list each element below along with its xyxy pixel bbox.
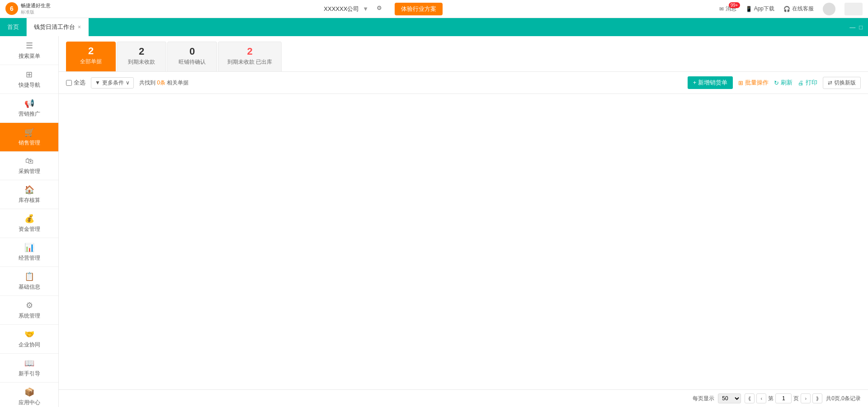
sidebar-item-search[interactable]: ☰ 搜索菜单: [0, 36, 58, 65]
tab-qhrc-label: 钱货日清工作台: [34, 23, 75, 31]
refresh-btn[interactable]: ↻ 刷新: [774, 79, 793, 87]
table-area: [59, 94, 868, 389]
tab-home-label: 首页: [7, 23, 19, 31]
new-sale-btn[interactable]: + 新增销货单: [688, 76, 733, 89]
page-first-btn[interactable]: ⟪: [745, 393, 755, 403]
tab-minimize-icon[interactable]: —: [849, 24, 855, 31]
stat-count-shipped: 2: [247, 46, 253, 57]
sidebar: ☰ 搜索菜单 ⊞ 快捷导航 📢 营销推广 🛒 销售管理 🛍 采购管理 🏠 库存核…: [0, 36, 59, 407]
select-all-label: 全选: [74, 79, 85, 87]
top-header: 6 畅捷通好生意 标准版 XXXXXX公司 ▼ ⚙ 体验行业方案 ✉ 消息 99…: [0, 0, 868, 18]
sidebar-item-system[interactable]: ⚙ 系统管理: [0, 296, 58, 325]
sidebar-item-app-center-label: 应用中心: [19, 399, 40, 407]
main-layout: ☰ 搜索菜单 ⊞ 快捷导航 📢 营销推广 🛒 销售管理 🛍 采购管理 🏠 库存核…: [0, 36, 868, 407]
logo-text: 畅捷通好生意: [21, 2, 51, 9]
content-area: 2 全部单据 2 到期未收款 0 旺铺待确认 2 到期未收款 已出库 全选: [59, 36, 868, 407]
inventory-icon: 🏠: [24, 185, 34, 195]
app-center-icon: 📦: [24, 387, 34, 397]
trial-btn[interactable]: 体验行业方案: [395, 3, 443, 15]
logo-area: 6 畅捷通好生意 标准版: [5, 2, 64, 15]
page-nav: ⟪ ‹ 第 页 › ⟫: [745, 393, 822, 403]
sidebar-item-finance[interactable]: 💰 资金管理: [0, 209, 58, 238]
found-count: 0条: [157, 80, 165, 86]
batch-op-btn[interactable]: ⊞ 批量操作: [738, 79, 769, 87]
company-selector[interactable]: XXXXXX公司 ▼ ⚙ 体验行业方案: [324, 3, 459, 15]
purchase-icon: 🛍: [25, 156, 33, 166]
sidebar-item-operations-label: 经营管理: [19, 254, 40, 262]
switch-new-btn[interactable]: ⇄ 切换新版: [823, 77, 861, 89]
page-next-btn[interactable]: ›: [801, 393, 811, 403]
company-dropdown-icon[interactable]: ▼: [363, 5, 368, 12]
sidebar-item-collab-label: 企业协同: [19, 341, 40, 349]
sidebar-item-operations[interactable]: 📊 经营管理: [0, 238, 58, 267]
filter-label: 更多条件: [102, 79, 124, 87]
company-name: XXXXXX公司: [324, 5, 359, 13]
refresh-icon: ↻: [774, 80, 779, 86]
stat-tab-pending[interactable]: 0 旺铺待确认: [167, 42, 217, 71]
message-icon: ✉: [719, 6, 724, 12]
online-service-icon: 🎧: [783, 6, 790, 12]
refresh-label: 刷新: [781, 79, 793, 87]
avatar[interactable]: [823, 3, 835, 15]
user-menu[interactable]: [844, 3, 863, 15]
quicknav-icon: ⊞: [26, 70, 33, 80]
stats-tabs: 2 全部单据 2 到期未收款 0 旺铺待确认 2 到期未收款 已出库: [59, 36, 868, 72]
sidebar-item-sales-label: 销售管理: [19, 139, 40, 147]
sidebar-item-inventory-label: 库存核算: [19, 196, 40, 204]
filter-btn[interactable]: ▼ 更多条件 ∨: [91, 77, 134, 89]
switch-label: 切换新版: [834, 79, 856, 87]
search-menu-icon: ☰: [26, 41, 33, 51]
page-label-post: 页: [793, 395, 799, 402]
sidebar-item-basic-info-label: 基础信息: [19, 283, 40, 291]
select-all-checkbox[interactable]: 全选: [66, 79, 85, 87]
app-download-action[interactable]: 📱 App下载: [745, 5, 774, 13]
stat-tab-overdue[interactable]: 2 到期未收款: [117, 42, 166, 71]
stat-label-all: 全部单据: [80, 58, 102, 65]
system-icon: ⚙: [26, 300, 33, 310]
stat-count-all: 2: [88, 45, 94, 57]
stat-tab-all[interactable]: 2 全部单据: [66, 42, 116, 71]
print-label: 打印: [806, 79, 817, 87]
filter-down-icon: ∨: [126, 80, 130, 86]
sidebar-item-finance-label: 资金管理: [19, 225, 40, 233]
batch-op-label: 批量操作: [745, 79, 769, 87]
online-service-action[interactable]: 🎧 在线客服: [783, 5, 814, 13]
sidebar-item-basic-info[interactable]: 📋 基础信息: [0, 267, 58, 296]
tab-maximize-icon[interactable]: □: [859, 24, 863, 31]
tab-qhrc[interactable]: 钱货日清工作台 ×: [27, 18, 89, 36]
stat-tab-shipped[interactable]: 2 到期未收款 已出库: [218, 42, 282, 71]
logo-text-area: 畅捷通好生意 标准版: [21, 2, 51, 15]
page-size-select[interactable]: 50 100 200: [718, 393, 741, 403]
page-label-pre: 第: [768, 395, 774, 402]
found-prefix: 共找到: [139, 80, 156, 86]
sidebar-item-quicknav[interactable]: ⊞ 快捷导航: [0, 65, 58, 94]
page-last-btn[interactable]: ⟫: [812, 393, 822, 403]
sidebar-item-app-center[interactable]: 📦 应用中心: [0, 383, 58, 407]
tab-close-icon[interactable]: ×: [78, 24, 81, 30]
guide-icon: 📖: [24, 358, 34, 368]
select-all-input[interactable]: [66, 80, 72, 86]
print-btn[interactable]: 🖨 打印: [798, 79, 817, 87]
toolbar: 全选 ▼ 更多条件 ∨ 共找到 0条 相关单据 + 新增销货单 ⊞ 批量操作 ↻: [59, 72, 868, 94]
page-prev-btn[interactable]: ‹: [756, 393, 766, 403]
stat-label-shipped: 到期未收款 已出库: [227, 58, 272, 66]
sidebar-item-purchase[interactable]: 🛍 采购管理: [0, 152, 58, 180]
sidebar-item-sales[interactable]: 🛒 销售管理: [0, 123, 58, 152]
pagination: 每页显示 50 100 200 ⟪ ‹ 第 页 › ⟫ 共0页,0条记录: [59, 389, 868, 407]
online-service-label: 在线客服: [792, 5, 814, 13]
page-size-label: 每页显示: [693, 395, 714, 402]
sidebar-item-collab[interactable]: 🤝 企业协同: [0, 325, 58, 354]
sidebar-item-marketing[interactable]: 📢 营销推广: [0, 94, 58, 123]
total-label: 共0页,0条记录: [826, 395, 861, 402]
message-action[interactable]: ✉ 消息 99+: [719, 5, 736, 13]
sidebar-item-quicknav-label: 快捷导航: [19, 81, 40, 89]
tab-home[interactable]: 首页: [0, 18, 27, 36]
sidebar-item-inventory[interactable]: 🏠 库存核算: [0, 180, 58, 209]
stat-count-overdue: 2: [139, 46, 144, 57]
settings-icon[interactable]: ⚙: [377, 5, 386, 14]
sidebar-item-guide[interactable]: 📖 新手引导: [0, 354, 58, 383]
found-suffix: 相关单据: [167, 80, 189, 86]
page-input[interactable]: [775, 393, 792, 403]
sales-icon: 🛒: [24, 127, 34, 137]
switch-icon: ⇄: [828, 80, 832, 86]
